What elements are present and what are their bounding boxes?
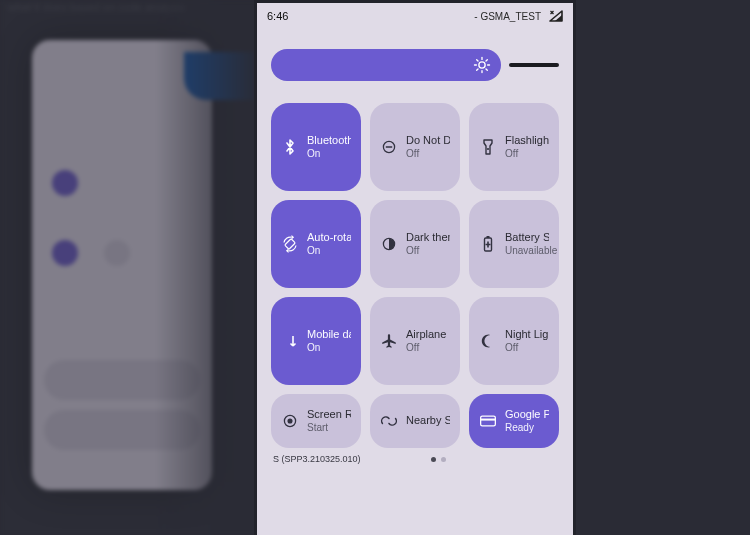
mobiledata-icon xyxy=(281,332,299,350)
tile-title: Mobile data xyxy=(307,328,351,341)
tile-sub: Start xyxy=(307,422,351,434)
tile-title: Night Light xyxy=(505,328,549,341)
svg-line-10 xyxy=(486,60,487,61)
tile-nearbyshare[interactable]: Nearby Shar xyxy=(370,394,460,448)
tile-autorotate[interactable]: Auto-rotate On xyxy=(271,200,361,288)
tile-battery[interactable]: Battery Save Unavailable xyxy=(469,200,559,288)
tile-title: Auto-rotate xyxy=(307,231,351,244)
status-bar: 6:46 - GSMA_TEST xyxy=(257,3,573,29)
tile-bluetooth[interactable]: Bluetooth On xyxy=(271,103,361,191)
svg-rect-17 xyxy=(487,236,490,238)
tile-sub: Off xyxy=(406,342,450,354)
tile-sub: Off xyxy=(505,148,549,160)
autorotate-icon xyxy=(281,235,299,253)
darktheme-icon xyxy=(380,236,398,252)
dnd-icon xyxy=(380,139,398,155)
tile-dnd[interactable]: Do Not Distu Off xyxy=(370,103,460,191)
qs-footer: S (SPP3.210325.010) xyxy=(265,448,565,466)
quick-settings-panel: Bluetooth On Do Not Distu Off Flashl xyxy=(257,29,573,535)
tile-title: Nearby Shar xyxy=(406,414,450,427)
svg-line-8 xyxy=(486,69,487,70)
svg-line-9 xyxy=(477,69,478,70)
svg-rect-14 xyxy=(285,239,296,250)
brightness-slider[interactable] xyxy=(271,49,501,81)
page-indicator[interactable] xyxy=(369,457,509,462)
bluetooth-icon xyxy=(281,138,299,156)
tile-flashlight[interactable]: Flashlight Off xyxy=(469,103,559,191)
tile-sub: Off xyxy=(505,342,549,354)
svg-rect-23 xyxy=(481,419,496,421)
signal-icon xyxy=(549,10,563,22)
tile-title: Bluetooth xyxy=(307,134,351,147)
background-phone xyxy=(32,40,212,490)
page-dot xyxy=(441,457,446,462)
background-blur: what it does based on code analysis xyxy=(0,0,260,535)
build-number: S (SPP3.210325.010) xyxy=(273,454,361,464)
cropped-text: what it does based on code analysis xyxy=(8,0,185,14)
tile-sub: Off xyxy=(406,245,450,257)
tile-nightlight[interactable]: Night Light Off xyxy=(469,297,559,385)
tile-darktheme[interactable]: Dark theme Off xyxy=(370,200,460,288)
svg-rect-22 xyxy=(481,416,496,426)
svg-point-21 xyxy=(287,418,292,423)
phone-frame: 6:46 - GSMA_TEST Bluetooth On xyxy=(254,0,576,535)
svg-line-7 xyxy=(477,60,478,61)
battery-icon xyxy=(479,235,497,253)
tile-sub: On xyxy=(307,148,351,160)
brightness-row xyxy=(265,35,565,103)
tile-title: Flashlight xyxy=(505,134,549,147)
nightlight-icon xyxy=(479,333,497,349)
brightness-icon xyxy=(471,54,493,76)
flashlight-icon xyxy=(479,138,497,156)
status-clock: 6:46 xyxy=(267,10,288,22)
tile-sub: Unavailable xyxy=(505,245,549,257)
tile-sub: On xyxy=(307,245,351,257)
svg-point-2 xyxy=(479,62,485,68)
tile-sub: Off xyxy=(406,148,450,160)
tile-title: Google Pay xyxy=(505,408,549,421)
googlepay-icon xyxy=(479,414,497,428)
screenrecord-icon xyxy=(281,413,299,429)
status-carrier: - GSMA_TEST xyxy=(474,11,541,22)
tile-title: Airplane mo xyxy=(406,328,450,341)
tile-title: Dark theme xyxy=(406,231,450,244)
tiles-grid: Bluetooth On Do Not Distu Off Flashl xyxy=(265,103,565,448)
page-dot xyxy=(431,457,436,462)
tile-sub: Ready xyxy=(505,422,549,434)
tile-mobiledata[interactable]: Mobile data On xyxy=(271,297,361,385)
tile-title: Screen Reco xyxy=(307,408,351,421)
nearbyshare-icon xyxy=(380,414,398,428)
brightness-track[interactable] xyxy=(509,63,559,67)
tile-googlepay[interactable]: Google Pay Ready xyxy=(469,394,559,448)
tile-screenrecord[interactable]: Screen Reco Start xyxy=(271,394,361,448)
tile-title: Do Not Distu xyxy=(406,134,450,147)
tile-sub: On xyxy=(307,342,351,354)
tile-title: Battery Save xyxy=(505,231,549,244)
airplane-icon xyxy=(380,332,398,350)
tile-airplane[interactable]: Airplane mo Off xyxy=(370,297,460,385)
